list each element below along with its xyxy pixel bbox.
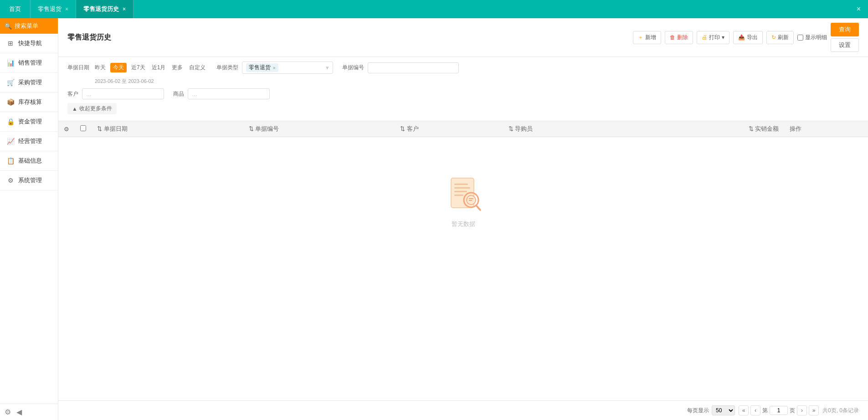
sidebar-item-quick-nav[interactable]: ⊞ 快捷导航 — [0, 34, 58, 53]
refresh-icon: ↻ — [771, 34, 776, 41]
tab-retail-return-close[interactable]: × — [65, 6, 68, 12]
export-button[interactable]: 📤 导出 — [733, 31, 763, 44]
doc-type-container[interactable]: 零售退货 × ▾ — [242, 61, 333, 74]
purchase-icon: 🛒 — [6, 78, 15, 87]
first-page-button[interactable]: « — [739, 405, 749, 415]
date-btn-1month[interactable]: 近1月 — [150, 63, 168, 72]
sidebar-item-finance[interactable]: 🔒 资金管理 — [0, 112, 58, 132]
sidebar-item-operation[interactable]: 📈 经营管理 — [0, 132, 58, 151]
col-settings[interactable]: ⚙ — [58, 121, 75, 137]
sidebar-item-purchase-label: 采购管理 — [18, 78, 42, 87]
col-operation-label: 操作 — [790, 125, 801, 132]
first-page-icon: « — [742, 407, 745, 414]
inventory-icon: 📦 — [6, 98, 15, 106]
date-btn-today[interactable]: 今天 — [110, 63, 127, 72]
customer-input[interactable]: ... — [82, 88, 164, 99]
sidebar-item-operation-label: 经营管理 — [18, 137, 42, 145]
pagination: 每页显示 50 10 20 100 « ‹ 第 页 › — [58, 400, 868, 420]
sales-icon: 📊 — [6, 59, 15, 67]
system-icon: ⚙ — [6, 176, 15, 184]
collapse-button[interactable]: ▲ 收起更多条件 — [67, 103, 117, 114]
tab-retail-return-history[interactable]: 零售退货历史 × — [76, 0, 134, 18]
sidebar-item-system[interactable]: ⚙ 系统管理 — [0, 171, 58, 190]
per-page-select[interactable]: 50 10 20 100 — [712, 405, 735, 415]
doc-type-label: 单据类型 — [216, 64, 238, 72]
filter-area: 单据日期 昨天 今天 近7天 近1月 更多 自定义 单据类型 — [58, 57, 868, 121]
sidebar-nav: ⊞ 快捷导航 📊 销售管理 🛒 采购管理 📦 库存核算 🔒 资金管理 📈 — [0, 34, 58, 404]
finance-icon: 🔒 — [6, 118, 15, 126]
page-label: 第 — [762, 407, 768, 415]
date-filter-buttons: 昨天 今天 近7天 近1月 更多 自定义 — [93, 63, 207, 72]
tab-retail-return[interactable]: 零售退货 × — [31, 0, 76, 18]
sidebar-item-system-label: 系统管理 — [18, 176, 42, 184]
delete-button[interactable]: 🗑 删除 — [665, 31, 693, 44]
window-close-button[interactable]: × — [849, 5, 868, 13]
tab-home[interactable]: 首页 — [0, 0, 31, 18]
display-detail-input[interactable] — [797, 35, 803, 41]
basic-info-icon: 📋 — [6, 157, 15, 165]
page-input[interactable] — [770, 406, 788, 415]
sidebar-item-finance-label: 资金管理 — [18, 118, 42, 126]
goods-label: 商品 — [173, 90, 184, 98]
doc-type-dropdown-icon: ▾ — [326, 64, 329, 71]
doc-type-tag: 零售退货 × — [246, 63, 278, 72]
svg-rect-9 — [469, 200, 472, 201]
date-btn-more[interactable]: 更多 — [170, 63, 185, 72]
print-button[interactable]: 🖨 打印 ▾ — [697, 31, 729, 44]
col-actual-amount: ⇅ 实销金额 — [633, 121, 785, 137]
col-doc-number-label: 单据编号 — [255, 125, 279, 132]
doc-type-tag-close[interactable]: × — [272, 65, 275, 71]
date-btn-yesterday[interactable]: 昨天 — [93, 63, 108, 72]
tab-bar: 首页 零售退货 × 零售退货历史 × — [0, 0, 849, 18]
date-range-text: 2023-06-02 至 2023-06-02 — [95, 78, 154, 84]
sidebar-item-quick-nav-label: 快捷导航 — [18, 39, 42, 47]
sidebar-item-inventory[interactable]: 📦 库存核算 — [0, 92, 58, 112]
settings-button[interactable]: 设置 — [831, 38, 859, 52]
new-label: 新增 — [645, 34, 656, 41]
print-icon: 🖨 — [702, 34, 707, 41]
sidebar-item-basic-info[interactable]: 📋 基础信息 — [0, 151, 58, 171]
last-page-button[interactable]: » — [809, 405, 819, 415]
col-customer-label: 客户 — [407, 125, 419, 132]
toolbar: ＋ 新增 🗑 删除 🖨 打印 ▾ 📤 导出 ↻ 刷 — [633, 23, 859, 52]
sidebar-search[interactable]: 🔍 搜索菜单 — [0, 18, 58, 34]
new-button[interactable]: ＋ 新增 — [633, 31, 661, 44]
tab-retail-return-history-label: 零售退货历史 — [83, 5, 119, 13]
filter-group-goods: 商品 ... — [173, 88, 270, 99]
date-range-display: 2023-06-02 至 2023-06-02 — [95, 77, 859, 85]
date-btn-custom[interactable]: 自定义 — [187, 63, 207, 72]
goods-input[interactable]: ... — [188, 88, 270, 99]
settings-col-icon[interactable]: ⚙ — [64, 126, 69, 133]
sidebar-item-sales-label: 销售管理 — [18, 59, 42, 67]
svg-rect-4 — [454, 195, 463, 196]
prev-page-icon: ‹ — [755, 407, 756, 414]
export-icon: 📤 — [738, 34, 745, 41]
table-area: ⚙ ⇅ 单据日期 ⇅ 单据编号 — [58, 121, 868, 400]
tab-retail-return-history-close[interactable]: × — [123, 6, 126, 12]
content-area: 零售退货历史 ＋ 新增 🗑 删除 🖨 打印 ▾ 📤 导出 — [58, 18, 868, 420]
goods-placeholder: ... — [192, 90, 197, 97]
next-page-button[interactable]: › — [797, 405, 807, 415]
sidebar-item-purchase[interactable]: 🛒 采购管理 — [0, 73, 58, 92]
refresh-button[interactable]: ↻ 刷新 — [766, 31, 794, 44]
col-checkbox[interactable] — [75, 121, 92, 137]
page-header: 零售退货历史 ＋ 新增 🗑 删除 🖨 打印 ▾ 📤 导出 — [58, 18, 868, 57]
per-page-group: 每页显示 50 10 20 100 — [687, 405, 735, 415]
select-all-checkbox[interactable] — [80, 125, 86, 131]
date-btn-7days[interactable]: 近7天 — [129, 63, 147, 72]
col-guide: ⇅ 导购员 — [503, 121, 633, 137]
footer-collapse-icon[interactable]: ◀ — [16, 408, 22, 416]
data-table: ⚙ ⇅ 单据日期 ⇅ 单据编号 — [58, 121, 868, 265]
delete-icon: 🗑 — [670, 34, 675, 41]
doc-number-input[interactable] — [368, 62, 459, 73]
col-guide-label: 导购员 — [515, 125, 533, 132]
query-button[interactable]: 查询 — [831, 23, 859, 36]
per-page-label: 每页显示 — [687, 407, 709, 415]
prev-page-button[interactable]: ‹ — [750, 405, 760, 415]
empty-icon — [443, 174, 484, 215]
sidebar-item-inventory-label: 库存核算 — [18, 98, 42, 106]
display-detail-checkbox[interactable]: 显示明细 — [797, 34, 827, 41]
sidebar-item-sales[interactable]: 📊 销售管理 — [0, 53, 58, 73]
collapse-icon: ▲ — [72, 106, 77, 112]
footer-settings-icon[interactable]: ⚙ — [5, 408, 11, 416]
